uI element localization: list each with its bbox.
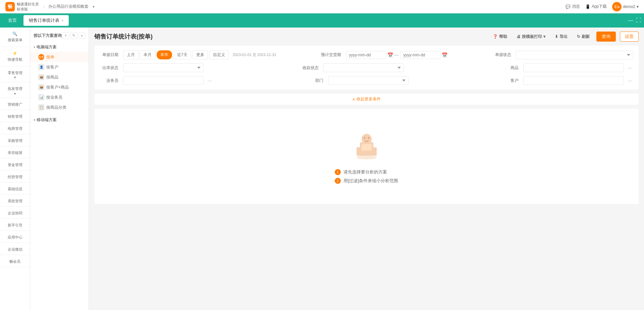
svg-rect-7 <box>373 147 377 156</box>
this-month-btn[interactable]: 本月 <box>140 50 155 59</box>
print-icon: 🖨 <box>517 34 521 39</box>
custom-date-btn[interactable]: 自定义 <box>209 50 229 59</box>
pc-scheme-header[interactable]: ▾ 电脑端方案 <box>30 42 89 52</box>
sidebar-item-appstore[interactable]: 应用中心 <box>0 231 30 243</box>
print-dropdown-icon[interactable]: ▾ <box>543 34 545 39</box>
sidebar-item-finance[interactable]: 资金管理 <box>0 158 30 170</box>
sidebar-item-marketing[interactable]: 营销推广 <box>0 98 30 110</box>
avatar: Ea <box>612 2 622 11</box>
sidebar-search[interactable]: 🔍 搜索菜单 <box>0 28 30 47</box>
filter-row-2: 出库状态 收款状态 商品 ··· <box>100 63 633 72</box>
this-year-btn[interactable]: 本年 <box>157 50 172 59</box>
calendar-start-icon[interactable]: 📅 <box>387 52 393 58</box>
search-icon: 🔍 <box>12 32 17 36</box>
sidebar-item-wechat[interactable]: 企业微信 <box>0 243 30 255</box>
mobile-scheme-section: ▾ 移动端方案 <box>30 114 89 126</box>
sidebar-item-enterprise[interactable]: 企业协同 <box>0 207 30 219</box>
customer-more-icon[interactable]: ··· <box>627 76 633 85</box>
tab-bar: 首页 销售订单统计表 × — ⛶ <box>0 13 644 28</box>
sidebar-item-retail[interactable]: 零售管理 ▾ <box>0 66 30 82</box>
delivery-status-select[interactable] <box>123 63 204 72</box>
breadcrumb-dropdown-icon[interactable]: ▾ <box>93 4 95 9</box>
date-label: 单据日期 <box>100 52 118 58</box>
sidebar-item-system[interactable]: 系统管理 <box>0 195 30 207</box>
sidebar-item-wholesale[interactable]: 批发管理 ▴ <box>0 82 30 98</box>
last7days-btn[interactable]: 近7天 <box>173 50 191 59</box>
tab-bar-right: — ⛶ <box>628 17 641 23</box>
date-range-text: 2023-01-01 至 2023-12-31 <box>233 52 276 57</box>
date-separator: — <box>394 52 399 57</box>
expected-date-input-group: 📅 — 📅 <box>346 51 447 59</box>
top-bar-right: 💬 消息 📱 App下载 Ea demo2 ▾ <box>566 2 639 11</box>
tab-home[interactable]: 首页 <box>3 15 22 26</box>
goods-input[interactable] <box>523 63 624 72</box>
breadcrumb: 办公用品行业模拟账套 <box>48 4 89 9</box>
message-icon: 💬 <box>566 4 571 9</box>
goods-more-icon[interactable]: ··· <box>627 64 633 72</box>
scheme-item-by-customer-goods[interactable]: 📦 按客户+商品 <box>30 82 89 92</box>
expected-date-label: 预计交货期 <box>321 52 341 58</box>
collapse-bar[interactable]: ∧ 收起更多条件 <box>94 94 639 105</box>
calendar-end-icon[interactable]: 📅 <box>442 52 447 58</box>
app-download-button[interactable]: 📱 App下载 <box>585 4 607 9</box>
settings-button[interactable]: 设置 <box>620 32 639 42</box>
top-bar: 畅 畅捷通好生意 标准版 › 办公用品行业模拟账套 ▾ 💬 消息 📱 App下载… <box>0 0 644 13</box>
mobile-scheme-header[interactable]: ▾ 移动端方案 <box>30 115 89 125</box>
maximize-icon[interactable]: ⛶ <box>636 17 641 23</box>
salesperson-input[interactable] <box>123 76 204 85</box>
tip-num-1: 1 <box>335 169 341 175</box>
scheme-item-by-order[interactable]: 按单 按单 <box>30 52 89 62</box>
sidebar-item-stock[interactable]: 库存核算 <box>0 146 30 158</box>
logo-area: 畅 畅捷通好生意 标准版 <box>5 2 39 11</box>
filter-row-3: 业务员 ··· 部门 客户 ··· <box>100 76 633 85</box>
add-scheme-button[interactable]: + <box>62 32 69 39</box>
message-button[interactable]: 💬 消息 <box>566 4 580 9</box>
logo-icon: 畅 <box>5 2 15 11</box>
last-month-btn[interactable]: 上月 <box>123 50 139 59</box>
query-button[interactable]: 查询 <box>596 32 616 42</box>
salesperson-more-icon[interactable]: ··· <box>206 76 213 85</box>
help-button[interactable]: ❓ 帮助 <box>490 33 510 41</box>
sidebar-item-operation[interactable]: 经营管理 <box>0 170 30 183</box>
minimize-icon[interactable]: — <box>628 17 633 23</box>
collapse-panel-button[interactable]: « <box>78 32 85 39</box>
sidebar-item-basic[interactable]: 基础信息 <box>0 183 30 195</box>
collapse-up-icon: ∧ <box>352 97 355 102</box>
sidebar-item-member[interactable]: 畅会员 <box>0 255 30 267</box>
expected-date-start-input[interactable] <box>346 51 386 59</box>
scheme-icon-by-customer-goods: 📦 <box>38 84 44 90</box>
customer-input[interactable] <box>523 76 624 85</box>
customer-label: 客户 <box>500 78 519 84</box>
svg-point-5 <box>368 137 369 139</box>
scheme-icon-by-goods: 📦 <box>38 74 44 80</box>
edit-scheme-button[interactable]: ✎ <box>70 32 77 39</box>
scheme-item-by-goods-category[interactable]: 📋 按商品分类 <box>30 102 89 112</box>
salesperson-label: 业务员 <box>100 78 118 84</box>
sidebar-item-purchase[interactable]: 采购管理 <box>0 134 30 146</box>
refresh-button[interactable]: ↻ 刷新 <box>574 33 592 41</box>
scheme-item-by-salesperson[interactable]: 📊 按业务员 <box>30 92 89 102</box>
sidebar-item-ecommerce[interactable]: 电商管理 <box>0 122 30 134</box>
nav-icon: ⚡ <box>12 51 17 56</box>
tab-sales-order-stats[interactable]: 销售订单统计表 × <box>23 15 69 26</box>
more-date-btn[interactable]: 更多 <box>193 50 208 59</box>
refresh-icon: ↻ <box>577 34 580 39</box>
scheme-icon-by-goods-category: 📋 <box>38 104 44 110</box>
department-select[interactable] <box>328 76 409 85</box>
filter-row-1: 单据日期 上月 本月 本年 近7天 更多 自定义 2023-01-01 至 20… <box>100 50 633 59</box>
scheme-item-by-goods[interactable]: 📦 按商品 <box>30 72 89 82</box>
expected-date-end-input[interactable] <box>400 51 440 59</box>
order-status-select[interactable] <box>516 51 633 59</box>
sidebar-quick-nav[interactable]: ⚡ 快捷导航 <box>0 47 30 66</box>
tab-close-icon[interactable]: × <box>61 18 63 22</box>
export-button[interactable]: ⬇ 导出 <box>552 33 570 41</box>
print-button[interactable]: 🖨 按模板打印 ▾ <box>514 33 548 41</box>
user-menu[interactable]: Ea demo2 ▾ <box>612 2 639 11</box>
content-area: 销售订单统计表(按单) ❓ 帮助 🖨 按模板打印 ▾ ⬇ 导出 ↻ 刷新 <box>89 28 644 310</box>
left-panel: 按以下方案查询 + ✎ « ▾ 电脑端方案 按单 按单 👤 按客户 📦 <box>30 28 89 310</box>
sidebar-item-newbie[interactable]: 新手引导 <box>0 219 30 231</box>
payment-status-select[interactable] <box>323 63 404 72</box>
sidebar-item-sales[interactable]: 销售管理 <box>0 110 30 122</box>
scheme-item-by-customer[interactable]: 👤 按客户 <box>30 62 89 72</box>
help-icon: ❓ <box>493 34 498 39</box>
